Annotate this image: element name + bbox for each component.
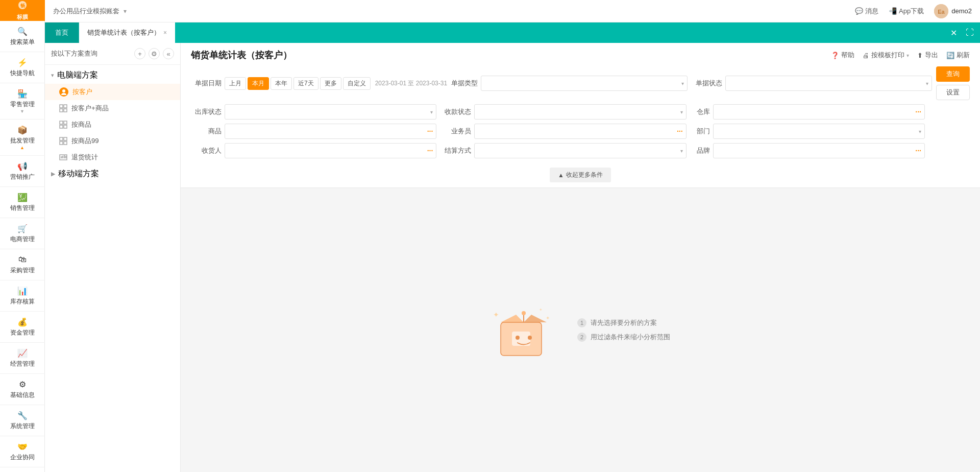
hint-item-2: 2 用过滤条件来缩小分析范围 bbox=[577, 333, 670, 342]
print-icon: 🖨 bbox=[863, 52, 869, 59]
scheme-group-desktop[interactable]: ▾ 电脑端方案 bbox=[45, 67, 180, 84]
sidebar-enterprise-label: 企业协同 bbox=[10, 453, 35, 462]
marketing-icon: 📢 bbox=[17, 161, 28, 171]
more-btn[interactable]: 更多 bbox=[320, 77, 341, 90]
order-type-label: 单据类型 bbox=[451, 79, 478, 88]
salesperson-dots-icon: ··· bbox=[677, 127, 683, 135]
receiver-field[interactable]: ··· bbox=[225, 143, 436, 158]
settlement-dropdown-icon: ▾ bbox=[680, 148, 683, 154]
brand-label: 品牌 bbox=[695, 146, 710, 155]
sidebar-ecommerce-label: 电商管理 bbox=[10, 235, 35, 244]
wholesale-icon: 📦 bbox=[17, 125, 28, 135]
refresh-button[interactable]: 🔄 刷新 bbox=[946, 51, 970, 60]
app-download-icon: 📲 bbox=[889, 7, 897, 15]
scheme-item-customer[interactable]: 按客户 bbox=[45, 84, 180, 100]
search-icon: 🔍 bbox=[17, 26, 28, 36]
username-label: demo2 bbox=[951, 7, 972, 15]
sidebar-sales-label: 销售管理 bbox=[10, 204, 35, 213]
department-dropdown-icon: ▾ bbox=[919, 129, 921, 134]
order-status-field[interactable]: ▾ bbox=[725, 76, 932, 91]
scheme-group-mobile[interactable]: ▶ 移动端方案 bbox=[45, 166, 180, 182]
action-buttons: 查询 设置 bbox=[936, 66, 970, 100]
collapse-icon: « bbox=[166, 50, 170, 58]
custom-btn[interactable]: 自定义 bbox=[343, 77, 371, 90]
app-download-button[interactable]: 📲 App下载 bbox=[889, 7, 924, 16]
scheme-item-customer-goods[interactable]: 按客户+商品 bbox=[45, 100, 180, 116]
order-type-field[interactable]: ▾ bbox=[481, 76, 688, 91]
page-title: 销货单统计表（按客户） bbox=[191, 49, 292, 61]
sidebar-item-enterprise[interactable]: 🤝 企业协同 bbox=[0, 436, 45, 467]
sidebar-item-basic[interactable]: ⚙ 基础信息 bbox=[0, 374, 45, 405]
sidebar-item-ecommerce[interactable]: 🛒 电商管理 bbox=[0, 218, 45, 249]
goods-field[interactable]: ··· bbox=[225, 124, 436, 139]
svg-rect-8 bbox=[64, 109, 67, 112]
scheme-item-return[interactable]: 退货统计 bbox=[45, 149, 180, 166]
this-month-btn[interactable]: 本月 bbox=[248, 77, 269, 90]
filter-row-2: 出库状态 ▾ 收款状态 ▾ 仓库 ··· bbox=[191, 104, 970, 120]
sidebar-item-purchase[interactable]: 🛍 采购管理 bbox=[0, 249, 45, 280]
left-panel-title: 按以下方案查询 bbox=[51, 49, 130, 58]
query-button[interactable]: 查询 bbox=[936, 66, 970, 82]
scheme-item-goods[interactable]: 按商品 bbox=[45, 116, 180, 133]
order-status-dropdown-icon: ▾ bbox=[926, 81, 928, 86]
customer-goods-icon bbox=[59, 104, 67, 112]
add-scheme-button[interactable]: + bbox=[134, 48, 145, 59]
settlement-field[interactable]: ▾ bbox=[474, 143, 686, 158]
export-button[interactable]: ⬆ 导出 bbox=[917, 51, 938, 60]
date-btn-group: 上月 本月 本年 近7天 更多 自定义 2023-03-01 至 2023-03… bbox=[225, 77, 447, 90]
out-status-field[interactable]: ▾ bbox=[225, 104, 436, 120]
collapse-panel-button[interactable]: « bbox=[163, 48, 174, 59]
warehouse-field[interactable]: ··· bbox=[713, 104, 925, 120]
hint-text-2: 用过滤条件来缩小分析范围 bbox=[591, 333, 670, 342]
payment-status-field[interactable]: ▾ bbox=[474, 104, 686, 120]
sidebar-item-quicknav[interactable]: ⚡ 快捷导航 bbox=[0, 52, 45, 83]
user-menu[interactable]: Ea demo2 bbox=[934, 4, 972, 18]
sidebar-item-finance[interactable]: 💰 资金管理 bbox=[0, 312, 45, 343]
salesperson-field[interactable]: ··· bbox=[474, 124, 686, 139]
sidebar-item-marketing[interactable]: 📢 营销推广 bbox=[0, 156, 45, 187]
last-month-btn[interactable]: 上月 bbox=[225, 77, 246, 90]
industry-dropdown-icon[interactable]: ▾ bbox=[124, 8, 127, 15]
scheme-item-goods99[interactable]: 按商品99 bbox=[45, 133, 180, 149]
hint-item-1: 1 请先选择要分析的方案 bbox=[577, 318, 670, 327]
filter-row-4: 收货人 ··· 结算方式 ▾ 品牌 ··· bbox=[191, 143, 970, 158]
settings-button[interactable]: 设置 bbox=[936, 85, 970, 100]
brand-field[interactable]: ··· bbox=[713, 143, 925, 158]
help-button[interactable]: ❓ 帮助 bbox=[831, 51, 854, 60]
svg-rect-12 bbox=[64, 125, 67, 128]
last7-btn[interactable]: 近7天 bbox=[293, 77, 318, 90]
page-actions: ❓ 帮助 🖨 按模板打印 ▾ ⬆ 导出 🔄 bbox=[831, 51, 970, 60]
settings-scheme-button[interactable]: ⚙ bbox=[149, 48, 160, 59]
sidebar-search-label: 搜索菜单 bbox=[10, 38, 35, 46]
tab-maximize-button[interactable]: ⛶ bbox=[964, 27, 976, 39]
sidebar-item-retail[interactable]: 🏪 零售管理 ▼ bbox=[0, 83, 45, 120]
tab-close-window-button[interactable]: ✕ bbox=[947, 27, 960, 39]
sidebar-item-system[interactable]: 🔧 系统管理 bbox=[0, 405, 45, 436]
sidebar-item-newbie[interactable]: 🌟 新手引导 bbox=[0, 467, 45, 472]
filter-row-1: 单据日期 上月 本月 本年 近7天 更多 自定义 2023-03-01 至 20… bbox=[191, 66, 970, 100]
operations-icon: 📈 bbox=[17, 348, 28, 358]
sidebar-item-inventory[interactable]: 📊 库存核算 bbox=[0, 280, 45, 312]
department-field[interactable]: ▾ bbox=[713, 124, 925, 139]
sidebar-item-search[interactable]: 🔍 搜索菜单 bbox=[0, 21, 45, 52]
collapse-btn[interactable]: ▲ 收起更多条件 bbox=[550, 168, 611, 182]
export-icon: ⬆ bbox=[917, 52, 923, 59]
svg-rect-19 bbox=[62, 156, 63, 158]
tab-active[interactable]: 销货单统计表（按客户） × bbox=[79, 22, 175, 43]
scheme-customer-label: 按客户 bbox=[72, 87, 92, 97]
tab-close-icon[interactable]: × bbox=[163, 29, 167, 36]
receiver-dots-icon: ··· bbox=[427, 147, 433, 155]
out-status-label: 出库状态 bbox=[191, 107, 222, 116]
sidebar-item-wholesale[interactable]: 📦 批发管理 ▲ bbox=[0, 120, 45, 156]
empty-state: ✦ ✦ ✦ 1 请先选择要分析的方案 2 用过滤条件来缩小分析范围 bbox=[181, 188, 980, 472]
svg-rect-6 bbox=[64, 105, 67, 108]
this-year-btn[interactable]: 本年 bbox=[271, 77, 292, 90]
sidebar-item-sales[interactable]: 💹 销售管理 bbox=[0, 187, 45, 218]
sidebar-item-operations[interactable]: 📈 经营管理 bbox=[0, 343, 45, 374]
message-button[interactable]: 💬 消息 bbox=[855, 7, 878, 16]
sidebar-basic-label: 基础信息 bbox=[10, 391, 35, 399]
empty-hints: 1 请先选择要分析的方案 2 用过滤条件来缩小分析范围 bbox=[577, 318, 670, 342]
print-button[interactable]: 🖨 按模板打印 ▾ bbox=[863, 51, 909, 60]
tab-home[interactable]: 首页 bbox=[45, 22, 79, 43]
warehouse-label: 仓库 bbox=[695, 107, 710, 116]
